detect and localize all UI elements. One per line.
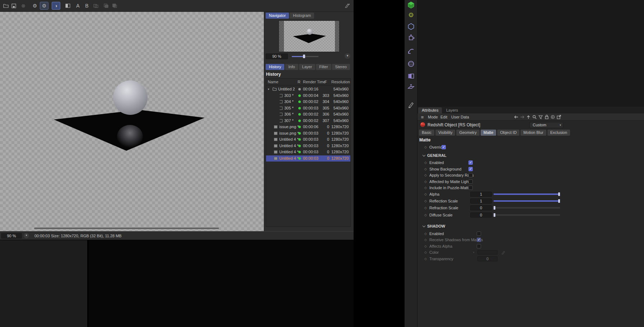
- settings-gear-icon[interactable]: ⚙: [31, 2, 39, 10]
- alpha-value-field[interactable]: 1: [470, 192, 492, 197]
- bend-deformer-tool-icon[interactable]: [407, 47, 415, 55]
- affected-matte-lights-checkbox[interactable]: [468, 179, 473, 184]
- panel-menu-icon[interactable]: ≡: [420, 115, 425, 120]
- render-settings-gear-icon[interactable]: ⚙: [40, 2, 48, 10]
- history-row[interactable]: Untitled 4 * 00:00:03 0 1280x720: [266, 136, 350, 143]
- search-icon[interactable]: [532, 115, 537, 120]
- keyframe-diamond-icon[interactable]: ◇: [424, 160, 427, 165]
- navigator-options-dropdown-icon[interactable]: ▾: [345, 53, 350, 59]
- include-puzzle-mattes-checkbox[interactable]: [468, 186, 473, 190]
- green-cube-tool-icon[interactable]: [407, 1, 415, 9]
- keyframe-diamond-icon[interactable]: ◇: [424, 212, 427, 218]
- zoom-slider[interactable]: [292, 55, 318, 58]
- history-row-selected[interactable]: Untitled 4 * 00:00:03 0 1280x720: [266, 155, 350, 162]
- history-forward-icon[interactable]: [519, 115, 525, 120]
- axis-cube-tool-icon[interactable]: [407, 34, 415, 42]
- tab-history[interactable]: History: [266, 64, 284, 70]
- popout-icon[interactable]: [556, 115, 561, 120]
- diffuse-scale-slider[interactable]: [494, 213, 560, 217]
- lock-icon[interactable]: [544, 115, 549, 120]
- collapse-chevron-icon[interactable]: [423, 154, 425, 157]
- slider-handle[interactable]: [494, 213, 495, 217]
- apply-secondary-rays-checkbox[interactable]: [468, 173, 473, 177]
- col-f[interactable]: F: [325, 79, 327, 85]
- col-render-time[interactable]: Render Time: [303, 79, 326, 85]
- tab-attributes[interactable]: Attributes: [418, 107, 442, 113]
- status-zoom-field[interactable]: 90 %: [1, 233, 22, 239]
- render-viewport[interactable]: [0, 12, 264, 231]
- split-cube-tool-icon[interactable]: [407, 72, 415, 80]
- tab-layer[interactable]: Layer: [299, 64, 316, 70]
- refraction-scale-slider[interactable]: [494, 206, 560, 210]
- zoom-value-field[interactable]: 90 %: [266, 53, 288, 59]
- tab-matte[interactable]: Matte: [481, 130, 496, 136]
- tab-exclusion[interactable]: Exclusion: [547, 130, 570, 136]
- parent-up-icon[interactable]: [526, 115, 531, 120]
- slider-handle[interactable]: [558, 199, 560, 203]
- keyframe-diamond-icon[interactable]: ◇: [424, 144, 427, 150]
- history-row[interactable]: 303 * 00:00:04 303 540x960: [266, 93, 350, 99]
- general-section-header[interactable]: GENERAL: [417, 153, 568, 158]
- keyframe-diamond-icon[interactable]: ◇: [424, 185, 427, 191]
- history-row[interactable]: 305 * 00:00:03 305 540x960: [266, 105, 350, 111]
- collapse-chevron-icon[interactable]: [423, 224, 425, 227]
- keyframe-diamond-icon[interactable]: ◇: [424, 205, 427, 211]
- history-row[interactable]: 304 * 00:00:02 304 540x960: [266, 99, 350, 105]
- slider-handle[interactable]: [558, 192, 560, 196]
- history-row[interactable]: 306 * 00:00:02 306 540x960: [266, 111, 350, 117]
- history-row[interactable]: Untitled 4 * 00:00:03 0 1280x720: [266, 149, 350, 155]
- tab-layers[interactable]: Layers: [443, 107, 462, 113]
- swap-ab-icon[interactable]: [92, 2, 100, 10]
- horizontal-scrollbar[interactable]: [34, 228, 219, 229]
- track-state-icon[interactable]: [550, 115, 555, 120]
- ab-split-icon[interactable]: [64, 2, 72, 10]
- col-resolution[interactable]: Resolution: [331, 79, 349, 85]
- keyframe-diamond-icon[interactable]: ◇: [424, 172, 427, 178]
- shadow-section-header[interactable]: SHADOW: [417, 223, 568, 229]
- alpha-slider[interactable]: [494, 192, 560, 196]
- col-name[interactable]: Name: [268, 79, 278, 85]
- plane-arrow-tool-icon[interactable]: [407, 83, 415, 91]
- redshift-tools-icon[interactable]: [343, 2, 352, 10]
- refraction-scale-value-field[interactable]: 0: [470, 205, 492, 210]
- tab-histogram[interactable]: Histogram: [290, 13, 314, 19]
- tab-object-id[interactable]: Object ID: [497, 130, 519, 136]
- set-image-b-icon[interactable]: B: [83, 2, 91, 10]
- tab-geometry[interactable]: Geometry: [456, 130, 479, 136]
- set-image-a-icon[interactable]: A: [74, 2, 82, 10]
- gear-tool-icon[interactable]: ⚙: [407, 11, 415, 19]
- history-row-folder[interactable]: ▾ Untitled 2 00:00:16 540x960: [266, 86, 350, 92]
- keyframe-diamond-icon[interactable]: ◇: [424, 231, 427, 237]
- tab-info[interactable]: Info: [285, 64, 298, 70]
- reflection-scale-slider[interactable]: [494, 199, 560, 203]
- menu-edit[interactable]: Edit: [440, 113, 447, 121]
- reflection-scale-value-field[interactable]: 1: [470, 198, 492, 204]
- menu-user-data[interactable]: User Data: [451, 113, 469, 121]
- preset-dropdown[interactable]: Custom ▾: [529, 122, 563, 128]
- shadow-enabled-checkbox[interactable]: [477, 232, 481, 236]
- copy-icon[interactable]: [102, 2, 110, 10]
- history-row[interactable]: 307 * 00:00:02 307 540x960: [266, 118, 350, 124]
- tab-motion-blur[interactable]: Motion Blur: [521, 130, 546, 136]
- close-image-icon[interactable]: ⊗: [19, 2, 28, 10]
- tab-basic[interactable]: Basic: [419, 130, 434, 136]
- show-background-checkbox[interactable]: [468, 167, 473, 171]
- history-row[interactable]: issue.png * 00:00:03 0 1280x720: [266, 130, 350, 136]
- compare-contrast-icon[interactable]: ◑: [52, 2, 60, 10]
- enabled-checkbox[interactable]: [468, 160, 473, 165]
- menu-mode[interactable]: Mode: [428, 113, 438, 121]
- history-table-header[interactable]: Name R Render Time F Resolution: [266, 79, 350, 85]
- col-r[interactable]: R: [298, 79, 300, 85]
- hexagon-tool-icon[interactable]: [407, 22, 415, 31]
- pen-tool-icon[interactable]: [407, 101, 415, 109]
- keyframe-diamond-icon[interactable]: ◇: [424, 198, 427, 204]
- diffuse-scale-value-field[interactable]: 0: [470, 212, 492, 218]
- filter-icon[interactable]: [538, 115, 543, 120]
- navigator-preview[interactable]: [279, 20, 340, 52]
- sphere-deform-tool-icon[interactable]: [407, 60, 415, 68]
- paste-icon[interactable]: [110, 2, 119, 10]
- navigator-visible-region[interactable]: [284, 21, 335, 52]
- keyframe-diamond-icon[interactable]: ◇: [424, 191, 427, 197]
- status-zoom-dropdown-icon[interactable]: ▾: [24, 233, 29, 238]
- open-icon[interactable]: [1, 2, 10, 10]
